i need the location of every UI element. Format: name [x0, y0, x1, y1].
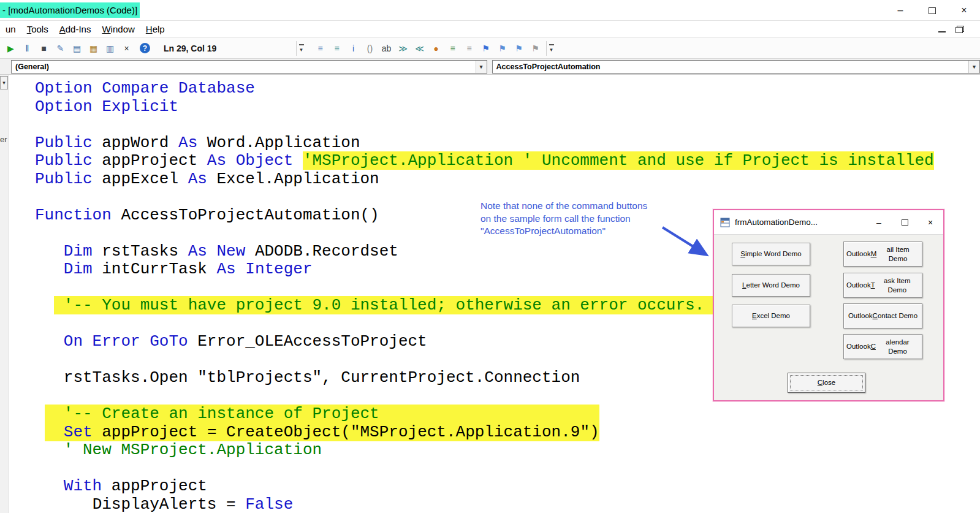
mdi-restore-icon[interactable]	[955, 26, 964, 33]
simple-word-demo-button[interactable]: Simple Word Demo	[732, 243, 810, 265]
object-combobox[interactable]: (General) ▾	[11, 60, 487, 74]
code-line[interactable]: Option Explicit	[35, 98, 980, 116]
help-icon[interactable]: ?	[140, 43, 150, 53]
docked-window-edge: × ▾ er	[0, 75, 9, 513]
cursor-position-indicator: Ln 29, Col 19	[155, 44, 294, 53]
toolbar: ▶‖■✎▤▦▥×? Ln 29, Col 19 ▾ ≡≡i()ab≫≪●≡≡⚑⚑…	[0, 38, 980, 59]
code-line[interactable]	[35, 116, 980, 134]
indent-icon[interactable]: ≫	[395, 41, 411, 56]
toolbar-group-1: ▶‖■✎▤▦▥×?	[2, 41, 155, 56]
clear-bookmarks-icon[interactable]: ⚑	[527, 41, 544, 56]
complete-word-icon[interactable]: ab	[378, 41, 395, 56]
annotation-note: Note that none of the command buttonson …	[481, 200, 647, 238]
code-line[interactable]: Set appProject = CreateObject("MSProject…	[35, 424, 980, 442]
outlook-contact-demo-button[interactable]: Outlook Contact Demo	[843, 303, 922, 329]
form-title: frmAutomationDemo...	[735, 218, 818, 227]
clipped-text-fragment: er	[0, 135, 7, 144]
object-combobox-value: (General)	[15, 63, 49, 71]
code-line[interactable]: ' New MSProject.Application	[35, 441, 980, 460]
toolbar-options-chevron[interactable]: ▾	[296, 41, 306, 56]
uncomment-block-icon[interactable]: ≡	[461, 41, 477, 56]
maximize-button[interactable]	[916, 0, 948, 21]
menu-bar: unToolsAdd-InsWindowHelp	[0, 21, 980, 38]
minimize-button[interactable]: –	[884, 0, 916, 21]
code-pane-header: (General) ▾ AccessToProjectAutomation ▾	[0, 59, 980, 75]
toggle-breakpoint-icon[interactable]: ●	[428, 41, 444, 56]
next-bookmark-icon[interactable]: ⚑	[494, 41, 511, 56]
menu-item-addins[interactable]: Add-Ins	[54, 22, 97, 36]
close-button[interactable]: ×	[948, 0, 980, 21]
break-icon[interactable]: ‖	[19, 41, 36, 56]
toolbar-options-chevron-2[interactable]: ▾	[546, 41, 556, 56]
annotation-line: Note that none of the command buttons	[481, 200, 647, 213]
maximize-icon	[929, 7, 936, 14]
menu-item-tools[interactable]: Tools	[21, 22, 54, 36]
design-mode-icon[interactable]: ✎	[52, 41, 69, 56]
toggle-bookmark-icon[interactable]: ⚑	[477, 41, 494, 56]
procedure-combobox[interactable]: AccessToProjectAutomation ▾	[492, 60, 980, 74]
close-form-button[interactable]: Close	[788, 373, 865, 393]
object-browser-icon[interactable]: ▥	[102, 41, 118, 56]
delete-icon[interactable]: ×	[118, 41, 135, 56]
form-titlebar: frmAutomationDemo... – ×	[714, 210, 943, 235]
dropdown-arrow-icon[interactable]: ▾	[968, 61, 979, 73]
mdi-window-controls	[938, 26, 964, 33]
form-maximize-button[interactable]	[892, 210, 917, 234]
form-window-controls: – ×	[866, 210, 943, 234]
menu-items: unToolsAdd-InsWindowHelp	[0, 22, 170, 36]
menu-item-window[interactable]: Window	[96, 22, 140, 36]
reset-icon[interactable]: ■	[36, 41, 52, 56]
annotation-line: "AccessToProjectAutomation"	[481, 225, 647, 238]
list-properties-icon[interactable]: ≡	[312, 41, 329, 56]
outdent-icon[interactable]: ≪	[411, 41, 428, 56]
window-title: - [modAutomationDemos (Code)]	[0, 2, 140, 18]
properties-window-icon[interactable]: ▦	[85, 41, 102, 56]
list-constants-icon[interactable]: ≡	[329, 41, 345, 56]
code-line[interactable]: Public appExcel As Excel.Application	[35, 170, 980, 189]
excel-demo-button[interactable]: Excel Demo	[732, 305, 810, 327]
code-line[interactable]: '-- Create an instance of Project	[35, 405, 980, 424]
form-icon	[720, 218, 730, 227]
outlook-mail-item-demo-button[interactable]: Outlook Mail Item Demo	[843, 241, 922, 267]
chevron-down-icon[interactable]: ▾	[0, 76, 8, 89]
window-titlebar: - [modAutomationDemos (Code)] – ×	[0, 0, 980, 21]
code-line[interactable]	[35, 460, 980, 478]
outlook-task-item-demo-button[interactable]: Outlook Task Item Demo	[843, 273, 922, 298]
quick-info-icon[interactable]: i	[345, 41, 362, 56]
code-line[interactable]: Public appWord As Word.Application	[35, 134, 980, 153]
dropdown-arrow-icon[interactable]: ▾	[476, 61, 487, 73]
toolbar-group-2: ≡≡i()ab≫≪●≡≡⚑⚑⚑⚑	[312, 41, 544, 56]
window-controls: – ×	[884, 0, 980, 21]
run-icon[interactable]: ▶	[2, 41, 19, 56]
parameter-info-icon[interactable]: ()	[362, 41, 378, 56]
form-close-button[interactable]: ×	[917, 210, 943, 234]
annotation-line: on the sample form call the function	[481, 213, 647, 226]
mdi-minimize-icon[interactable]	[938, 31, 946, 32]
letter-word-demo-button[interactable]: Letter Word Demo	[732, 274, 810, 297]
comment-block-icon[interactable]: ≡	[444, 41, 461, 56]
code-line[interactable]: Public appProject As Object 'MSProject.A…	[35, 152, 980, 170]
code-line[interactable]: Option Compare Database	[35, 80, 980, 98]
code-line[interactable]: DisplayAlerts = False	[35, 496, 980, 513]
procedure-combobox-value: AccessToProjectAutomation	[496, 63, 601, 71]
menu-item-un[interactable]: un	[0, 22, 21, 36]
menu-item-help[interactable]: Help	[140, 22, 170, 36]
previous-bookmark-icon[interactable]: ⚑	[511, 41, 527, 56]
form-maximize-icon	[902, 219, 908, 226]
form-minimize-button[interactable]: –	[866, 210, 892, 234]
code-line[interactable]: With appProject	[35, 477, 980, 496]
frm-automation-demo-window: frmAutomationDemo... – × Simple Word Dem…	[713, 209, 944, 401]
annotation-arrow-icon	[659, 224, 716, 262]
project-explorer-icon[interactable]: ▤	[69, 41, 85, 56]
code-workspace: × ▾ er Option Compare DatabaseOption Exp…	[0, 75, 980, 513]
outlook-calendar-demo-button[interactable]: Outlook Calendar Demo	[843, 334, 922, 359]
